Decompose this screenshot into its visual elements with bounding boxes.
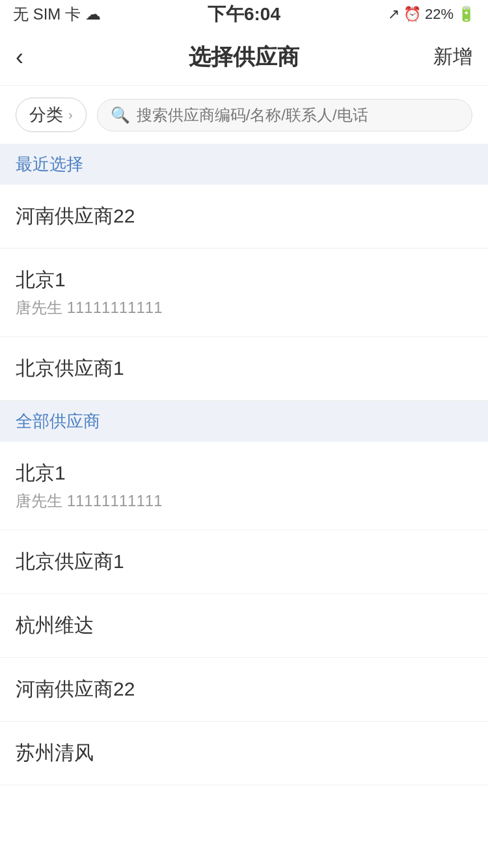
item-name: 北京1 xyxy=(16,267,472,293)
status-right: ↗ ⏰ 22% 🔋 xyxy=(388,6,475,23)
item-sub: 唐先生 11111111111 xyxy=(16,297,472,318)
item-name: 北京供应商1 xyxy=(16,549,472,575)
filter-bar: 分类 › 🔍 xyxy=(0,86,488,144)
status-left: 无 SIM 卡 ☁ xyxy=(13,4,101,25)
search-input[interactable] xyxy=(137,106,459,124)
category-chevron-icon: › xyxy=(68,107,73,122)
status-bar: 无 SIM 卡 ☁ 下午6:04 ↗ ⏰ 22% 🔋 xyxy=(0,0,488,29)
list-item[interactable]: 杭州维达 xyxy=(0,594,488,658)
item-name: 河南供应商22 xyxy=(16,203,472,230)
battery-icon: 🔋 xyxy=(457,6,475,23)
page-title: 选择供应商 xyxy=(189,42,299,72)
search-icon: 🔍 xyxy=(111,106,130,124)
list-item[interactable]: 北京1唐先生 11111111111 xyxy=(0,249,488,337)
no-sim-label: 无 SIM 卡 ☁ xyxy=(13,4,101,25)
item-name: 苏州清风 xyxy=(16,740,472,766)
list-item[interactable]: 河南供应商22 xyxy=(0,185,488,249)
status-time: 下午6:04 xyxy=(208,2,280,27)
list-item[interactable]: 北京供应商1 xyxy=(0,530,488,594)
add-button[interactable]: 新增 xyxy=(433,44,472,70)
alarm-icon: ⏰ xyxy=(403,6,421,23)
item-name: 河南供应商22 xyxy=(16,676,472,703)
list-item[interactable]: 北京供应商1 xyxy=(0,337,488,401)
back-button[interactable]: ‹ xyxy=(16,44,55,71)
all-section-header: 全部供应商 xyxy=(0,401,488,442)
item-name: 杭州维达 xyxy=(16,612,472,639)
search-box[interactable]: 🔍 xyxy=(97,99,472,131)
recent-items-list: 河南供应商22北京1唐先生 11111111111北京供应商1 xyxy=(0,185,488,401)
list-item[interactable]: 河南供应商22 xyxy=(0,658,488,722)
list-item[interactable]: 北京1唐先生 11111111111 xyxy=(0,442,488,530)
category-filter-button[interactable]: 分类 › xyxy=(16,98,87,132)
category-label: 分类 xyxy=(29,103,63,126)
location-icon: ↗ xyxy=(388,6,400,23)
list-item[interactable]: 苏州清风 xyxy=(0,722,488,785)
item-name: 北京1 xyxy=(16,460,472,487)
all-items-list: 北京1唐先生 11111111111北京供应商1杭州维达河南供应商22苏州清风 xyxy=(0,442,488,785)
recent-section-header: 最近选择 xyxy=(0,144,488,185)
item-sub: 唐先生 11111111111 xyxy=(16,491,472,511)
item-name: 北京供应商1 xyxy=(16,355,472,382)
nav-bar: ‹ 选择供应商 新增 xyxy=(0,29,488,86)
battery-label: 22% xyxy=(425,6,454,23)
